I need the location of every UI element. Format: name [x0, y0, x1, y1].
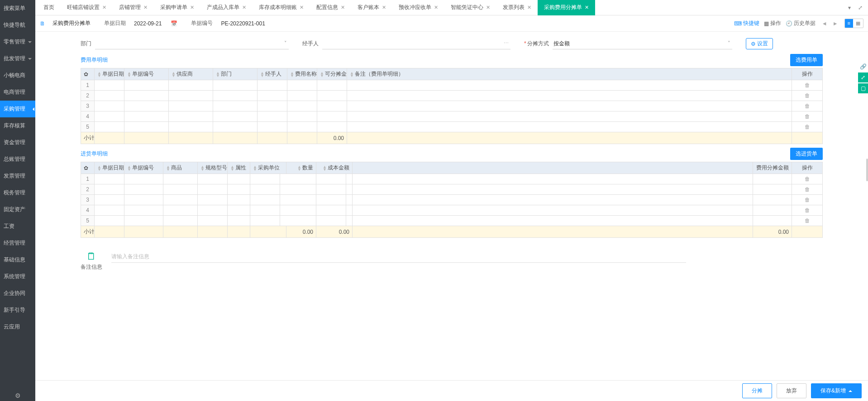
- cell[interactable]: [124, 174, 163, 184]
- calendar-icon[interactable]: 📅: [171, 20, 177, 27]
- cell[interactable]: [124, 205, 163, 216]
- cell[interactable]: [163, 216, 198, 226]
- cell[interactable]: [169, 111, 213, 122]
- cell[interactable]: [317, 80, 347, 91]
- close-icon[interactable]: ✕: [382, 5, 386, 10]
- cell[interactable]: [95, 195, 124, 205]
- dept-select[interactable]: [95, 39, 289, 49]
- cell[interactable]: [317, 111, 347, 122]
- remarks-input[interactable]: [111, 251, 686, 263]
- pick-inbound-button[interactable]: 选进货单: [790, 148, 823, 160]
- sidebar-item-13[interactable]: 工资: [0, 218, 35, 235]
- cell[interactable]: [250, 184, 280, 195]
- attachment-icon[interactable]: 🔗: [858, 62, 868, 72]
- tab-7[interactable]: 客户账本✕: [351, 0, 392, 15]
- cell[interactable]: [347, 111, 792, 122]
- col-dept[interactable]: 部门: [221, 71, 232, 77]
- col-alloc-amount[interactable]: 可分摊金额: [325, 71, 347, 77]
- cell[interactable]: [250, 216, 280, 226]
- col-qty[interactable]: 数量: [302, 164, 313, 171]
- operation-link[interactable]: ▦ 操作: [764, 19, 781, 27]
- delete-icon[interactable]: 🗑: [805, 103, 810, 109]
- table-row[interactable]: 2🗑: [81, 184, 823, 195]
- cell[interactable]: [753, 205, 792, 216]
- prev-doc-icon[interactable]: ◄: [820, 19, 829, 28]
- cell[interactable]: [124, 91, 169, 101]
- cell[interactable]: [346, 216, 353, 226]
- next-doc-icon[interactable]: ►: [831, 19, 840, 28]
- sidebar-item-9[interactable]: 总账管理: [0, 151, 35, 168]
- settings-button[interactable]: ⚙ 设置: [746, 38, 773, 49]
- cell[interactable]: [124, 111, 169, 122]
- cell[interactable]: [228, 184, 250, 195]
- cell[interactable]: [228, 195, 250, 205]
- cell[interactable]: [287, 122, 317, 132]
- cell[interactable]: [124, 216, 163, 226]
- cell[interactable]: [95, 184, 124, 195]
- sidebar-item-12[interactable]: 固定资产: [0, 201, 35, 218]
- table-row[interactable]: 1🗑: [81, 80, 823, 91]
- cell[interactable]: [353, 216, 753, 226]
- col-cost[interactable]: 成本金额: [328, 164, 349, 171]
- table-row[interactable]: 2🗑: [81, 91, 823, 101]
- cell[interactable]: [316, 174, 346, 184]
- table-row[interactable]: 3🗑: [81, 195, 823, 205]
- sidebar-item-2[interactable]: 零售管理: [0, 34, 35, 50]
- table-row[interactable]: 1🗑: [81, 174, 823, 184]
- delete-icon[interactable]: 🗑: [805, 113, 810, 120]
- cell[interactable]: [346, 174, 353, 184]
- fullscreen-icon[interactable]: ⤢: [858, 72, 868, 82]
- delete-icon[interactable]: 🗑: [805, 186, 810, 193]
- cell[interactable]: [317, 101, 347, 111]
- cell[interactable]: [95, 111, 124, 122]
- col-attr[interactable]: 属性: [235, 164, 246, 171]
- cell[interactable]: [95, 80, 124, 91]
- tab-6[interactable]: 配置信息✕: [310, 0, 351, 15]
- col-product[interactable]: 商品: [171, 164, 182, 171]
- cell[interactable]: [280, 174, 316, 184]
- scrollbar[interactable]: [866, 159, 868, 181]
- col-unit[interactable]: 采购单位: [258, 164, 280, 171]
- delete-icon[interactable]: 🗑: [805, 197, 810, 203]
- sidebar-item-1[interactable]: 快捷导航: [0, 17, 35, 34]
- sidebar-item-10[interactable]: 发票管理: [0, 168, 35, 184]
- tab-8[interactable]: 预收冲应收单✕: [392, 0, 444, 15]
- close-icon[interactable]: ✕: [190, 5, 194, 10]
- tab-9[interactable]: 智能凭证中心✕: [444, 0, 496, 15]
- allocation-select[interactable]: [553, 39, 732, 49]
- cell[interactable]: [280, 216, 316, 226]
- close-icon[interactable]: ✕: [585, 5, 589, 10]
- sidebar-item-5[interactable]: 电商管理: [0, 84, 35, 101]
- cell[interactable]: [213, 80, 258, 91]
- cell[interactable]: [124, 184, 163, 195]
- col-date[interactable]: 单据日期: [102, 71, 124, 77]
- cell[interactable]: [317, 122, 347, 132]
- cell[interactable]: [250, 205, 280, 216]
- sidebar-item-16[interactable]: 系统管理: [0, 268, 35, 285]
- cell[interactable]: [163, 174, 198, 184]
- cell[interactable]: [213, 111, 258, 122]
- cell[interactable]: [124, 101, 169, 111]
- cell[interactable]: [228, 174, 250, 184]
- cell[interactable]: [228, 205, 250, 216]
- tab-3[interactable]: 采购申请单✕: [154, 0, 200, 15]
- close-icon[interactable]: ✕: [486, 5, 490, 10]
- cell[interactable]: [95, 122, 124, 132]
- delete-icon[interactable]: 🗑: [805, 207, 810, 213]
- tab-1[interactable]: 旺铺店铺设置✕: [61, 0, 113, 15]
- cell[interactable]: [95, 174, 124, 184]
- col-number[interactable]: 单据编号: [132, 164, 154, 171]
- cell[interactable]: [250, 195, 280, 205]
- sidebar-item-4[interactable]: 小畅电商: [0, 67, 35, 84]
- cell[interactable]: [163, 205, 198, 216]
- cell[interactable]: [280, 184, 316, 195]
- cell[interactable]: [95, 91, 124, 101]
- cell[interactable]: [753, 195, 792, 205]
- cell[interactable]: [353, 184, 753, 195]
- col-date[interactable]: 单据日期: [102, 164, 124, 171]
- cell[interactable]: [198, 205, 228, 216]
- cell[interactable]: [347, 101, 792, 111]
- close-icon[interactable]: ✕: [434, 5, 438, 10]
- cell[interactable]: [753, 216, 792, 226]
- delete-icon[interactable]: 🗑: [805, 82, 810, 88]
